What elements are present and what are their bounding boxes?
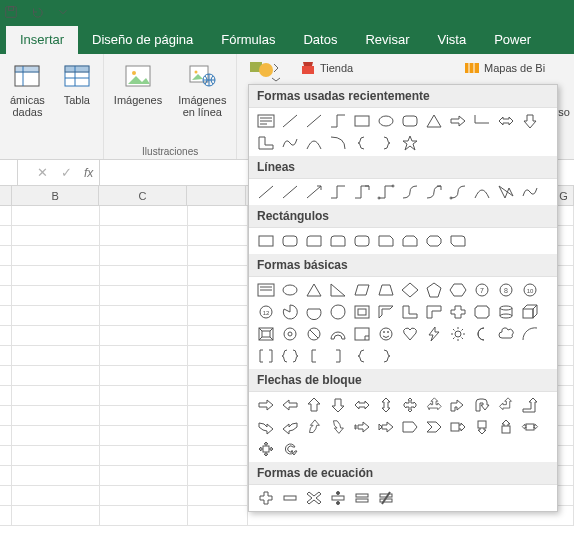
b-heart-icon[interactable]: [399, 324, 421, 344]
b-cube-icon[interactable]: [519, 302, 541, 322]
b-tri-icon[interactable]: [303, 280, 325, 300]
b-lshape-icon[interactable]: [399, 302, 421, 322]
ba-up-icon[interactable]: [303, 395, 325, 415]
col-stub[interactable]: [0, 186, 12, 206]
store-button[interactable]: Tienda: [300, 60, 353, 76]
maps-button[interactable]: Mapas de Bi: [464, 60, 545, 76]
tab-datos[interactable]: Datos: [289, 26, 351, 54]
ba-curvr-icon[interactable]: [255, 417, 277, 437]
shape-rect-icon[interactable]: [351, 111, 373, 131]
ba-notched-icon[interactable]: [375, 417, 397, 437]
eq-plus-icon[interactable]: [255, 488, 277, 508]
b-nosym-icon[interactable]: [303, 324, 325, 344]
b-diamond-icon[interactable]: [399, 280, 421, 300]
b-oct-icon[interactable]: 8: [495, 280, 517, 300]
ba-down-icon[interactable]: [327, 395, 349, 415]
b-dbracket-icon[interactable]: [255, 346, 277, 366]
curve1-icon[interactable]: [399, 182, 421, 202]
rect4-icon[interactable]: [327, 231, 349, 251]
ba-curvu-icon[interactable]: [303, 417, 325, 437]
b-rtri-icon[interactable]: [327, 280, 349, 300]
shape-elbow-icon[interactable]: [471, 111, 493, 131]
eq-neq-icon[interactable]: [375, 488, 397, 508]
col-c[interactable]: C: [99, 186, 186, 206]
shape-lshape-icon[interactable]: [255, 133, 277, 153]
b-hept-icon[interactable]: 7: [471, 280, 493, 300]
line-arrow-icon[interactable]: [303, 182, 325, 202]
rect7-icon[interactable]: [399, 231, 421, 251]
shape-roundrect-icon[interactable]: [399, 111, 421, 131]
ba-chevron-icon[interactable]: [423, 417, 445, 437]
ba-bentup-icon[interactable]: [519, 395, 541, 415]
elbow2-icon[interactable]: [351, 182, 373, 202]
b-textbox-icon[interactable]: [255, 280, 277, 300]
curve3-icon[interactable]: [447, 182, 469, 202]
line2-icon[interactable]: [279, 182, 301, 202]
b-can-icon[interactable]: [495, 302, 517, 322]
images-button[interactable]: Imágenes: [112, 58, 164, 120]
col-d-hidden[interactable]: [187, 186, 247, 206]
b-lbrace2-icon[interactable]: [351, 346, 373, 366]
tab-insertar[interactable]: Insertar: [6, 26, 78, 54]
shape-star-icon[interactable]: [399, 133, 421, 153]
b-rbrace2-icon[interactable]: [375, 346, 397, 366]
shape-connector-icon[interactable]: [327, 111, 349, 131]
ba-circular-icon[interactable]: [279, 439, 301, 459]
b-dodec-icon[interactable]: 12: [255, 302, 277, 322]
shape-curve-icon[interactable]: [327, 133, 349, 153]
ba-lur-icon[interactable]: [423, 395, 445, 415]
table-button[interactable]: Tabla: [59, 58, 95, 120]
ba-quad-icon[interactable]: [399, 395, 421, 415]
b-plaque-icon[interactable]: [471, 302, 493, 322]
ba-ucallout-icon[interactable]: [495, 417, 517, 437]
b-rbracket-icon[interactable]: [327, 346, 349, 366]
tab-formulas[interactable]: Fórmulas: [207, 26, 289, 54]
rect9-icon[interactable]: [447, 231, 469, 251]
shape-textbox-icon[interactable]: [255, 111, 277, 131]
ba-curvd-icon[interactable]: [327, 417, 349, 437]
cancel-button[interactable]: ✕: [30, 165, 54, 180]
shape-scribble-icon[interactable]: [279, 133, 301, 153]
b-donut-icon[interactable]: [279, 324, 301, 344]
shape-line-icon[interactable]: [279, 111, 301, 131]
curve2-icon[interactable]: [423, 182, 445, 202]
ba-rcallout-icon[interactable]: [447, 417, 469, 437]
b-chord-icon[interactable]: [303, 302, 325, 322]
b-trap-icon[interactable]: [375, 280, 397, 300]
tab-power[interactable]: Power: [480, 26, 545, 54]
b-bolt-icon[interactable]: [423, 324, 445, 344]
ba-striped-icon[interactable]: [351, 417, 373, 437]
b-pent-icon[interactable]: [423, 280, 445, 300]
rect8-icon[interactable]: [423, 231, 445, 251]
scribble2-icon[interactable]: [519, 182, 541, 202]
b-arc3-icon[interactable]: [519, 324, 541, 344]
b-smiley-icon[interactable]: [375, 324, 397, 344]
enter-button[interactable]: ✓: [54, 165, 78, 180]
pivot-table-button[interactable]: ámicasdadas: [8, 58, 47, 120]
eq-mult-icon[interactable]: [303, 488, 325, 508]
shapes-dropdown-button[interactable]: [248, 58, 282, 85]
rect2-icon[interactable]: [279, 231, 301, 251]
tab-vista[interactable]: Vista: [424, 26, 481, 54]
shape-darrow-icon[interactable]: [519, 111, 541, 131]
save-icon[interactable]: [4, 5, 18, 19]
b-frame-icon[interactable]: [351, 302, 373, 322]
b-hex-icon[interactable]: [447, 280, 469, 300]
ba-lrcallout-icon[interactable]: [519, 417, 541, 437]
arc2-icon[interactable]: [471, 182, 493, 202]
eq-div-icon[interactable]: [327, 488, 349, 508]
line1-icon[interactable]: [255, 182, 277, 202]
b-pie-icon[interactable]: [279, 302, 301, 322]
eq-equal-icon[interactable]: [351, 488, 373, 508]
fx-button[interactable]: fx: [78, 166, 99, 180]
ba-ud-icon[interactable]: [375, 395, 397, 415]
ba-bent-icon[interactable]: [447, 395, 469, 415]
shape-lbrace-icon[interactable]: [351, 133, 373, 153]
b-dec-icon[interactable]: 10: [519, 280, 541, 300]
shape-arc-icon[interactable]: [303, 133, 325, 153]
b-cloud-icon[interactable]: [495, 324, 517, 344]
ba-right-icon[interactable]: [255, 395, 277, 415]
shape-triangle-icon[interactable]: [423, 111, 445, 131]
shape-lrarrow-icon[interactable]: [495, 111, 517, 131]
ba-curvl-icon[interactable]: [279, 417, 301, 437]
